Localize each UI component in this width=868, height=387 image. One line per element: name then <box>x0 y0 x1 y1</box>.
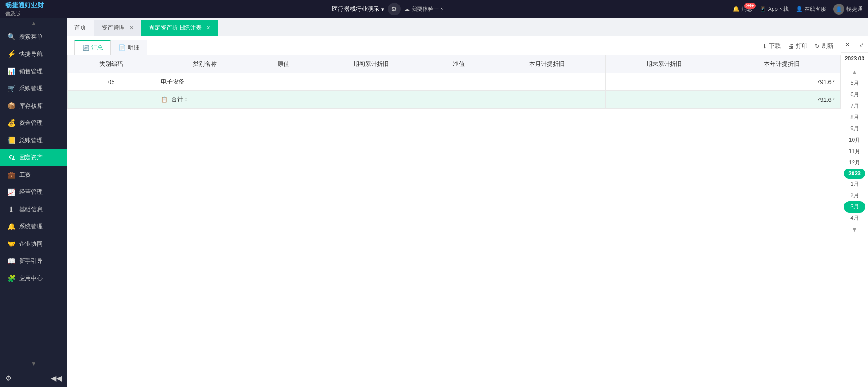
sidebar-item-fixed-assets[interactable]: 🏗 固定资产 <box>0 149 67 166</box>
calendar-month-2023-2[interactable]: 2月 <box>841 190 868 201</box>
experience-label: 我要体验一下 <box>412 5 444 13</box>
calendar-month-11[interactable]: 11月 <box>841 146 868 157</box>
sidebar-item-label: 搜索菜单 <box>19 33 43 41</box>
sidebar-item-funds[interactable]: 💰 资金管理 <box>0 114 67 132</box>
info-icon: ℹ <box>7 205 15 213</box>
handshake-icon: 🤝 <box>7 240 15 248</box>
top-header: 畅捷通好业财 普及版 医疗器械行业演示 ▾ ⚙ ☁ 我要体验一下 🔔 消息 99… <box>0 0 868 18</box>
company-selector[interactable]: 医疗器械行业演示 ▾ <box>332 5 384 13</box>
refresh-icon: ↻ <box>815 43 820 50</box>
tab-summary[interactable]: 🔄 汇总 <box>74 40 111 55</box>
sidebar-item-enterprise[interactable]: 🤝 企业协同 <box>0 235 67 253</box>
calendar-month-5[interactable]: 5月 <box>841 78 868 89</box>
service-icon: 👤 <box>796 6 803 12</box>
footer-collapse-icon[interactable]: ◀◀ <box>51 374 62 382</box>
tab-asset-mgmt[interactable]: 资产管理 ✕ <box>94 20 141 36</box>
print-label: 打印 <box>796 42 808 50</box>
notifications-button[interactable]: 🔔 消息 99+ <box>733 5 752 13</box>
total-original <box>254 91 312 109</box>
right-panel-expand-button[interactable]: ⤢ <box>859 41 864 48</box>
sidebar-item-operations[interactable]: 📈 经营管理 <box>0 184 67 201</box>
app-logo: 畅捷通好业财 普及版 <box>5 1 44 17</box>
sidebar-item-label: 总账管理 <box>19 136 43 144</box>
right-panel-header: ✕ ⤢ <box>841 36 868 53</box>
calendar-month-8[interactable]: 8月 <box>841 112 868 123</box>
col-category-name: 类别名称 <box>155 55 254 73</box>
calendar-down-arrow[interactable]: ▼ <box>850 225 859 234</box>
sidebar-item-quicknav[interactable]: ⚡ 快捷导航 <box>0 45 67 63</box>
cell-accumulated-end <box>605 73 723 91</box>
sidebar-item-guide[interactable]: 📖 新手引导 <box>0 253 67 270</box>
sidebar-item-inventory[interactable]: 📦 库存核算 <box>0 97 67 114</box>
scroll-down-indicator[interactable]: ▼ <box>0 359 67 369</box>
cell-annual-depreciation: 791.67 <box>723 73 841 91</box>
app-edition: 普及版 <box>5 10 44 17</box>
total-accumulated-start <box>312 91 430 109</box>
cell-monthly-depreciation <box>488 73 605 91</box>
sidebar-item-label: 工资 <box>19 171 31 179</box>
sidebar: ▲ 🔍 搜索菜单 ⚡ 快捷导航 📊 销售管理 🛒 采购管理 📦 库存核算 <box>0 18 67 387</box>
table-header-row: 类别编码 类别名称 原值 期初累计折旧 净值 本月计提折旧 期末累计折旧 本年计… <box>68 55 841 73</box>
sidebar-item-salary[interactable]: 💼 工资 <box>0 166 67 184</box>
tab-fixed-asset-depreciation[interactable]: 固定资产折旧统计表 ✕ <box>141 20 218 36</box>
detail-icon: 📄 <box>119 44 126 51</box>
tab-fixed-depreciation-close[interactable]: ✕ <box>206 25 210 31</box>
user-menu[interactable]: 👤 畅捷通 <box>833 4 863 15</box>
sidebar-item-basicinfo[interactable]: ℹ 基础信息 <box>0 201 67 218</box>
sidebar-item-label: 采购管理 <box>19 84 43 93</box>
download-button[interactable]: ⬇ 下载 <box>762 42 781 50</box>
notifications-badge: 99+ <box>744 3 756 9</box>
avatar: 👤 <box>833 4 844 15</box>
right-panel: ✕ ⤢ 2023.03 ▲ 5月 6月 7月 8月 9月 10月 11月 12月… <box>841 36 868 387</box>
scroll-up-indicator[interactable]: ▲ <box>0 18 67 28</box>
online-service-button[interactable]: 👤 在线客服 <box>796 5 826 13</box>
user-name: 畅捷通 <box>846 5 863 13</box>
calendar-month-2023-4[interactable]: 4月 <box>841 213 868 224</box>
sidebar-footer: ⚙ ◀◀ <box>0 369 67 387</box>
tab-detail[interactable]: 📄 明细 <box>111 40 147 55</box>
sidebar-item-appcenter[interactable]: 🧩 应用中心 <box>0 270 67 287</box>
calendar-month-2023-3[interactable]: 3月 <box>844 201 865 213</box>
total-monthly <box>488 91 605 109</box>
company-name: 医疗器械行业演示 <box>332 5 379 13</box>
refresh-button[interactable]: ↻ 刷新 <box>815 42 833 50</box>
calendar-month-9[interactable]: 9月 <box>841 123 868 134</box>
calendar-month-6[interactable]: 6月 <box>841 89 868 100</box>
experience-button[interactable]: ☁ 我要体验一下 <box>404 5 444 13</box>
header-settings-button[interactable]: ⚙ <box>388 3 401 15</box>
building-icon: 🏗 <box>7 154 15 162</box>
sidebar-item-sales[interactable]: 📊 销售管理 <box>0 63 67 80</box>
calendar-month-2023-1[interactable]: 1月 <box>841 179 868 190</box>
sidebar-item-ledger[interactable]: 📒 总账管理 <box>0 132 67 149</box>
tab-asset-mgmt-label: 资产管理 <box>101 24 125 32</box>
right-panel-close-button[interactable]: ✕ <box>845 41 850 48</box>
logo-area: 畅捷通好业财 普及版 <box>5 1 44 17</box>
sidebar-item-system[interactable]: 🔔 系统管理 <box>0 218 67 235</box>
footer-settings-icon[interactable]: ⚙ <box>5 374 12 382</box>
app-name: 畅捷通好业财 <box>5 1 44 10</box>
sidebar-item-label: 企业协同 <box>19 240 43 248</box>
tab-asset-mgmt-close[interactable]: ✕ <box>129 25 134 31</box>
sidebar-item-purchase[interactable]: 🛒 采购管理 <box>0 80 67 97</box>
calendar-year-2023[interactable]: 2023 <box>844 169 865 179</box>
sidebar-item-search[interactable]: 🔍 搜索菜单 <box>0 28 67 45</box>
total-icon: 📋 <box>161 96 168 103</box>
total-net <box>430 91 488 109</box>
col-monthly-depreciation: 本月计提折旧 <box>488 55 605 73</box>
tab-home[interactable]: 首页 <box>67 20 94 36</box>
chart-icon: 📊 <box>7 67 15 75</box>
box-icon: 📦 <box>7 102 15 110</box>
download-label: 下载 <box>769 42 781 50</box>
calendar-up-arrow[interactable]: ▲ <box>850 68 859 77</box>
calendar-month-12[interactable]: 12月 <box>841 157 868 169</box>
print-button[interactable]: 🖨 打印 <box>788 42 808 50</box>
col-accumulated-end: 期末累计折旧 <box>605 55 723 73</box>
tab-bar: 首页 资产管理 ✕ 固定资产折旧统计表 ✕ <box>67 18 868 36</box>
tab-summary-label: 汇总 <box>91 44 103 52</box>
online-service-label: 在线客服 <box>804 5 826 13</box>
col-annual-depreciation: 本年计提折旧 <box>723 55 841 73</box>
calendar-month-10[interactable]: 10月 <box>841 134 868 146</box>
calendar-month-7[interactable]: 7月 <box>841 100 868 112</box>
app-download-button[interactable]: 📱 App下载 <box>759 5 789 13</box>
book-icon: 📒 <box>7 136 15 144</box>
